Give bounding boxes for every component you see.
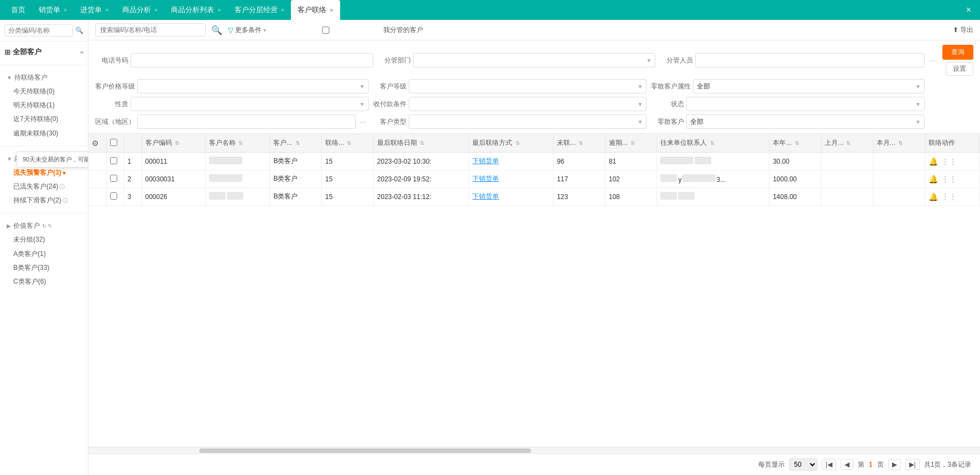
sort-date-icon: ⇅ [420, 140, 424, 146]
close-tab-goods-analysis[interactable]: × [154, 7, 158, 13]
edit-icon[interactable]: ✎ [48, 223, 52, 229]
customer-level-select[interactable]: ▼ [409, 79, 647, 93]
collapse-icon[interactable]: « [80, 49, 84, 55]
close-tab-customer-tier[interactable]: × [281, 7, 284, 13]
retail-attr-select[interactable]: 全部 ▼ [693, 79, 925, 93]
refresh-icon[interactable]: ↻ [42, 223, 46, 229]
row1-last-method[interactable]: 下销货单 [469, 153, 554, 170]
col-name[interactable]: 客户名称 ⇅ [205, 134, 269, 153]
sidebar-item-c-class[interactable]: C类客户(6) [4, 275, 84, 289]
scroll-thumb[interactable] [199, 448, 531, 453]
my-customers-checkbox[interactable] [270, 27, 381, 34]
tab-sales[interactable]: 销货单 × [32, 0, 74, 20]
phone-input[interactable] [131, 53, 373, 67]
row3-last-method[interactable]: 下销货单 [469, 188, 554, 206]
horizontal-scrollbar[interactable] [88, 447, 980, 453]
price-level-select[interactable]: ▼ [137, 79, 369, 93]
filter-row-1: 电话号码 分管部门 ▼ 分管人员 ··· [95, 45, 973, 76]
region-ellipsis[interactable]: ··· [358, 117, 369, 126]
row1-select-checkbox[interactable] [110, 157, 117, 164]
last-page-button[interactable]: ▶| [905, 459, 920, 470]
sidebar-item-churn-warning[interactable]: 流失预警客户(3) ● [4, 166, 84, 180]
tab-customer-tier[interactable]: 客户分层经营 × [228, 0, 291, 20]
col-last-month[interactable]: 上月... ⇅ [821, 134, 873, 153]
sidebar-item-tomorrow[interactable]: 明天待联络(1) [4, 98, 84, 112]
nature-select[interactable]: ▼ [131, 97, 369, 111]
row1-method-link[interactable]: 下销货单 [472, 157, 499, 165]
chevron-retail-icon: ▼ [915, 83, 921, 90]
tab-home[interactable]: 首页 [4, 0, 32, 20]
sidebar-all-customers[interactable]: ⊞ 全部客户 « [4, 45, 84, 59]
next-page-button[interactable]: ▶ [888, 459, 901, 470]
select-all-checkbox[interactable] [110, 139, 117, 146]
sidebar-item-downgrade[interactable]: 持续下滑客户(2) ⓘ [4, 194, 84, 207]
sidebar-item-ungrouped[interactable]: 未分组(32) [4, 233, 84, 247]
row3-select-checkbox[interactable] [110, 192, 117, 200]
row2-settings [88, 170, 106, 188]
col-this-year[interactable]: 本年... ⇅ [769, 134, 821, 153]
row1-contact-icon[interactable]: 🔔 [929, 157, 938, 166]
col-code[interactable]: 客户编码 ⇅ [142, 134, 205, 153]
row2-method-link[interactable]: 下销货单 [472, 175, 499, 182]
sidebar-search-input[interactable] [4, 24, 73, 36]
close-tab-customer-contact[interactable]: × [330, 7, 333, 13]
col-unit-contact[interactable]: 往来单位联系人 ⇅ [657, 134, 769, 153]
col-overdue[interactable]: 逾期... ⇅ [605, 134, 657, 153]
manager-ellipsis[interactable]: ··· [927, 56, 938, 65]
region-select[interactable] [137, 114, 356, 129]
export-button[interactable]: ⬆ 导出 [953, 25, 973, 35]
gear-settings-icon[interactable]: ⚙ [92, 139, 99, 148]
col-type[interactable]: 客户... ⇅ [270, 134, 322, 153]
label-nature: 性质 [95, 100, 128, 109]
tab-customer-contact[interactable]: 客户联络 × [291, 0, 340, 20]
tab-goods-analysis[interactable]: 商品分析 × [116, 0, 164, 20]
sidebar-search-icon[interactable]: 🔍 [75, 27, 84, 34]
row3-method-link[interactable]: 下销货单 [472, 192, 499, 200]
status-select[interactable]: ▼ [686, 97, 925, 111]
tab-purchase[interactable]: 进货单 × [74, 0, 115, 20]
sidebar-item-a-class[interactable]: A类客户(1) [4, 247, 84, 261]
manager-select[interactable] [695, 53, 925, 67]
search-input[interactable] [95, 23, 206, 36]
customer-type-select[interactable]: ▼ [409, 114, 647, 129]
tab-goods-list[interactable]: 商品分析列表 × [164, 0, 227, 20]
close-tab-purchase[interactable]: × [105, 7, 108, 13]
row3-code: 000026 [142, 188, 205, 206]
row1-more-icon[interactable]: ⋮⋮ [941, 157, 957, 166]
row2-last-method[interactable]: 下销货单 [469, 170, 554, 188]
search-button[interactable]: 🔍 [210, 25, 223, 35]
more-conditions-toggle[interactable]: ▽ 更多条件 ▾ [228, 25, 266, 35]
sidebar-group-value[interactable]: ▶ 价值客户 ↻ ✎ [4, 219, 84, 233]
payment-select[interactable]: ▼ [409, 97, 647, 111]
query-button[interactable]: 查询 [942, 45, 973, 60]
row3-more-icon[interactable]: ⋮⋮ [941, 192, 957, 201]
col-this-month[interactable]: 本月... ⇅ [873, 134, 925, 153]
close-all-tabs[interactable]: × [962, 5, 976, 15]
close-tab-sales[interactable]: × [64, 7, 67, 13]
first-page-button[interactable]: |◀ [822, 459, 836, 470]
sort-code-icon: ⇅ [175, 140, 179, 146]
row2-contact-icon[interactable]: 🔔 [929, 175, 938, 184]
row2-more-icon[interactable]: ⋮⋮ [941, 175, 957, 184]
col-last-date[interactable]: 最后联络日期 ⇅ [373, 134, 469, 153]
row2-select-checkbox[interactable] [110, 175, 117, 182]
col-gear[interactable]: ⚙ [88, 134, 106, 153]
sidebar-item-churned[interactable]: 已流失客户(24) ⓘ [4, 180, 84, 194]
sidebar-item-today[interactable]: 今天待联络(0) [4, 85, 84, 98]
row3-contact-icon[interactable]: 🔔 [929, 192, 938, 201]
col-no-contact[interactable]: 未联... ⇅ [554, 134, 606, 153]
prev-page-button[interactable]: ◀ [841, 459, 853, 470]
col-contact[interactable]: 联络... ⇅ [322, 134, 374, 153]
sidebar-item-overdue[interactable]: 逾期未联络(30) [4, 127, 84, 140]
sidebar-item-week[interactable]: 近7天待联络(0) [4, 112, 84, 126]
retail-customer-select[interactable]: 全部 ▼ [686, 114, 925, 129]
sidebar-item-b-class[interactable]: B类客户(33) [4, 261, 84, 275]
settings-button[interactable]: 设置 [946, 62, 973, 76]
sidebar-group-pending-contact[interactable]: ▼ 待联络客户 [4, 71, 84, 85]
col-last-method[interactable]: 最后联络方式 ⇅ [469, 134, 554, 153]
my-customers-checkbox-label[interactable]: 我分管的客户 [270, 25, 423, 35]
dept-select[interactable]: ▼ [413, 53, 656, 67]
sort-name-icon: ⇅ [238, 140, 243, 146]
close-tab-goods-list[interactable]: × [217, 7, 221, 13]
per-page-select[interactable]: 50 20 100 [789, 458, 817, 471]
